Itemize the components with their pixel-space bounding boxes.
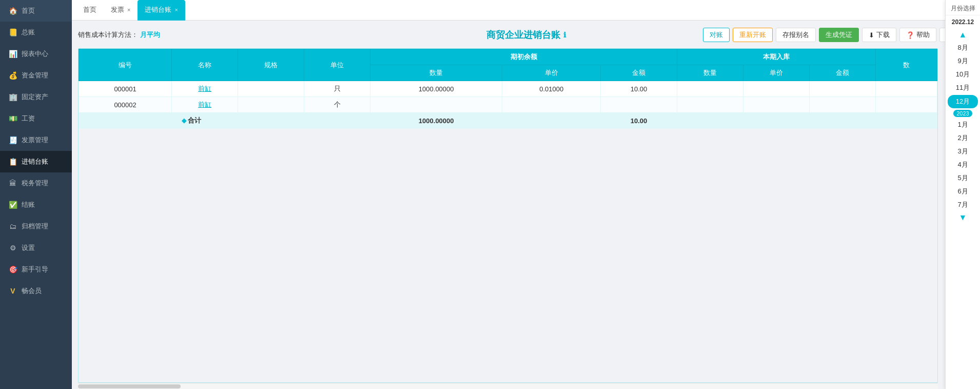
- sidebar-item-label: 报表中心: [22, 49, 48, 59]
- sidebar-item-label: 总账: [22, 28, 35, 37]
- sidebar-item-archive[interactable]: 🗂 归档管理: [0, 216, 72, 237]
- cell-opening-amount-1: 10.00: [601, 81, 677, 97]
- guide-icon: 🎯: [8, 265, 17, 274]
- cell-opening-amount-2: [601, 97, 677, 113]
- reconcile-button[interactable]: 对账: [703, 28, 730, 42]
- cell-in-price-2: [743, 97, 809, 113]
- table-row: 000002 前缸 个: [79, 97, 937, 113]
- month-item-7[interactable]: 7月: [946, 198, 980, 211]
- sidebar-item-label: 进销台账: [22, 157, 48, 166]
- tab-bar: 首页 发票 × 进销台账 × ✕ ⤢: [72, 0, 980, 21]
- sidebar-item-fund[interactable]: 💰 资金管理: [0, 65, 72, 86]
- month-item-8[interactable]: 8月: [946, 41, 980, 54]
- month-panel-title: 月份选择: [946, 2, 980, 15]
- sidebar-item-label: 发票管理: [22, 135, 48, 145]
- sidebar-item-label: 固定资产: [22, 92, 48, 102]
- table-wrapper: 编号 名称 规格 单位 期初余额 本期入库 数 数量 单价 金额 数量 单价: [78, 48, 938, 383]
- total-last: [875, 113, 937, 129]
- month-item-2[interactable]: 2月: [946, 131, 980, 145]
- cell-in-amount-1: [809, 81, 875, 97]
- cost-method-value: 月平均: [140, 31, 160, 38]
- sidebar-item-label: 结账: [22, 200, 35, 209]
- toolbar-center: 商贸企业进销台账 ℹ: [486, 29, 566, 41]
- month-item-5[interactable]: 5月: [946, 171, 980, 185]
- th-opening-qty: 数量: [370, 65, 502, 81]
- help-icon: ❓: [906, 31, 914, 39]
- sidebar-item-home[interactable]: 🏠 首页: [0, 0, 72, 22]
- month-item-1[interactable]: 1月: [946, 118, 980, 131]
- sidebar-item-settings[interactable]: ⚙ 设置: [0, 237, 72, 259]
- cell-in-price-1: [743, 81, 809, 97]
- report-icon: 📊: [8, 50, 17, 58]
- th-last-col: 数: [875, 49, 937, 81]
- th-code: 编号: [79, 49, 172, 81]
- month-item-9[interactable]: 9月: [946, 54, 980, 68]
- sidebar: 🏠 首页 📒 总账 📊 报表中心 💰 资金管理 🏢 固定资产 💵 工资 🧾 发票…: [0, 0, 72, 389]
- cell-unit-1: 只: [304, 81, 370, 97]
- month-nav-down[interactable]: ▼: [957, 211, 969, 224]
- sidebar-item-salary[interactable]: 💵 工资: [0, 108, 72, 129]
- total-opening-price: [502, 113, 601, 129]
- reopen-button[interactable]: 重新开账: [733, 28, 773, 42]
- scrollbar-thumb[interactable]: [78, 384, 181, 388]
- month-item-10[interactable]: 10月: [946, 68, 980, 81]
- info-icon[interactable]: ℹ: [563, 31, 566, 39]
- cell-name-2: 前缸: [172, 97, 238, 113]
- tab-invoice[interactable]: 发票 ×: [104, 0, 138, 21]
- month-nav-up[interactable]: ▲: [957, 29, 969, 41]
- total-row: ◆ 合计 1000.00000 10.00: [79, 113, 937, 129]
- stock-icon: 📋: [8, 158, 17, 166]
- month-item-12[interactable]: 12月: [948, 95, 978, 108]
- salary-icon: 💵: [8, 114, 17, 123]
- toolbar-right: 对账 重新开账 存报别名 生成凭证 ⬇ 下载 ❓ 帮助 ↺ 刷新: [703, 28, 974, 42]
- sidebar-item-label: 归档管理: [22, 222, 48, 231]
- sidebar-item-report[interactable]: 📊 报表中心: [0, 43, 72, 65]
- download-button[interactable]: ⬇ 下载: [862, 28, 896, 42]
- tab-stock[interactable]: 进销台账 ×: [138, 0, 185, 21]
- invoice-mgmt-icon: 🧾: [8, 136, 17, 144]
- cell-in-qty-2: [677, 97, 743, 113]
- archive-icon: 🗂: [8, 222, 17, 230]
- cell-unit-2: 个: [304, 97, 370, 113]
- cell-opening-qty-1: 1000.00000: [370, 81, 502, 97]
- cell-in-qty-1: [677, 81, 743, 97]
- asset-icon: 🏢: [8, 93, 17, 101]
- sidebar-item-label: 首页: [22, 6, 35, 15]
- settings-icon: ⚙: [8, 244, 17, 252]
- month-item-11[interactable]: 11月: [946, 81, 980, 94]
- sidebar-item-invoice-mgmt[interactable]: 🧾 发票管理: [0, 129, 72, 151]
- th-opening-amount: 金额: [601, 65, 677, 81]
- tax-icon: 🏛: [8, 179, 17, 187]
- cell-last-2: [875, 97, 937, 113]
- month-item-3[interactable]: 3月: [946, 145, 980, 158]
- horizontal-scrollbar[interactable]: [78, 383, 938, 389]
- th-spec: 规格: [238, 49, 304, 81]
- sidebar-item-tax[interactable]: 🏛 税务管理: [0, 172, 72, 194]
- toolbar-left: 销售成本计算方法： 月平均: [78, 30, 703, 40]
- tab-home[interactable]: 首页: [76, 0, 104, 21]
- sidebar-item-asset[interactable]: 🏢 固定资产: [0, 86, 72, 108]
- total-label: 合计: [188, 116, 201, 124]
- month-item-4[interactable]: 4月: [946, 158, 980, 171]
- sidebar-item-label: 工资: [22, 114, 35, 123]
- sidebar-item-guide[interactable]: 🎯 新手引导: [0, 259, 72, 280]
- ledger-icon: 📒: [8, 28, 17, 36]
- close-account-icon: ✅: [8, 201, 17, 209]
- total-in-amount: [809, 113, 875, 129]
- save-alias-button[interactable]: 存报别名: [776, 28, 816, 42]
- month-panel: 月份选择 2022.12 ▲ 8月 9月 10月 11月 12月 2023 1月…: [945, 0, 980, 389]
- sidebar-item-stock[interactable]: 📋 进销台账: [0, 151, 72, 172]
- tab-invoice-label: 发票: [111, 5, 124, 14]
- sidebar-item-ledger[interactable]: 📒 总账: [0, 22, 72, 43]
- cell-opening-price-1: 0.01000: [502, 81, 601, 97]
- tab-stock-close[interactable]: ×: [174, 7, 178, 13]
- generate-voucher-button[interactable]: 生成凭证: [819, 28, 859, 42]
- sidebar-item-vip[interactable]: V 畅会员: [0, 280, 72, 302]
- month-item-6[interactable]: 6月: [946, 185, 980, 198]
- tab-invoice-close[interactable]: ×: [127, 7, 130, 13]
- sidebar-item-close[interactable]: ✅ 结账: [0, 194, 72, 216]
- toolbar: 销售成本计算方法： 月平均 商贸企业进销台账 ℹ 对账 重新开账 存报别名 生成…: [78, 26, 974, 44]
- cell-spec-2: [238, 97, 304, 113]
- th-in-qty: 数量: [677, 65, 743, 81]
- help-button[interactable]: ❓ 帮助: [899, 28, 936, 42]
